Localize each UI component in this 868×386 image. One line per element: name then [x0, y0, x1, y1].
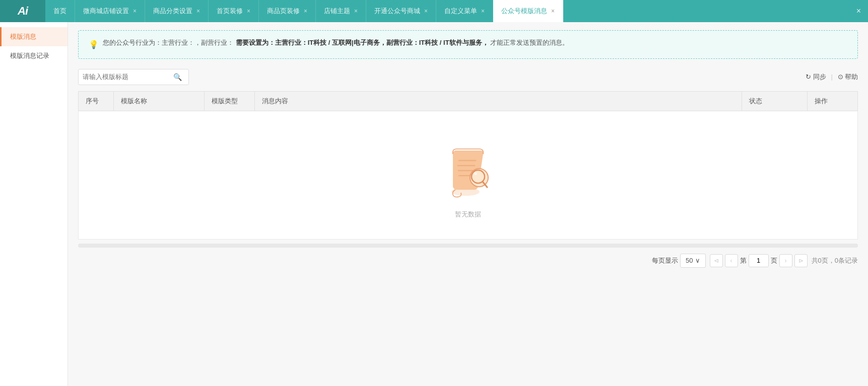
col-header-seq: 序号	[79, 91, 114, 111]
notice-prefix: 您的公众号行业为：主营行业：，副营行业：	[103, 39, 234, 46]
col-header-action: 操作	[808, 91, 858, 111]
close-icon[interactable]: ×	[247, 8, 250, 14]
tab-label: 微商城店铺设置	[83, 7, 129, 16]
last-page-button[interactable]: ⊳	[794, 254, 808, 267]
sidebar-item-template-msg[interactable]: 模版消息	[0, 27, 68, 46]
notice-box: 💡 您的公众号行业为：主营行业：，副营行业： 需要设置为：主营行业：IT科技 /…	[78, 30, 858, 59]
next-page-button[interactable]: ›	[779, 254, 792, 267]
nav-tab-open-mall[interactable]: 开通公众号商城 ×	[366, 0, 436, 22]
tab-label: 店铺主题	[324, 7, 350, 16]
main-content: 💡 您的公众号行业为：主营行业：，副营行业： 需要设置为：主营行业：IT科技 /…	[68, 22, 868, 386]
page-suffix: 页	[771, 256, 777, 265]
notice-suffix: 才能正常发送预置的消息。	[490, 39, 569, 46]
nav-tab-custom-menu[interactable]: 自定义菜单 ×	[436, 0, 493, 22]
empty-text: 暂无数据	[89, 210, 847, 219]
nav-tab-product-decor[interactable]: 商品页装修 ×	[259, 0, 316, 22]
close-all-button[interactable]: ×	[849, 0, 868, 22]
page-size-dropdown[interactable]: 50 ∨	[680, 254, 705, 268]
home-tab-label: 首页	[53, 7, 66, 16]
page-size-value: 50	[686, 257, 693, 264]
sync-label: 同步	[813, 72, 826, 82]
page-label: 第	[740, 256, 747, 265]
close-icon[interactable]: ×	[551, 8, 555, 14]
search-box: 🔍	[78, 69, 189, 85]
horizontal-scrollbar[interactable]	[78, 244, 858, 248]
notice-text: 您的公众号行业为：主营行业：，副营行业： 需要设置为：主营行业：IT科技 / 互…	[103, 38, 569, 48]
close-icon[interactable]: ×	[424, 8, 428, 14]
close-icon[interactable]: ×	[354, 8, 358, 14]
tab-label: 自定义菜单	[444, 7, 477, 16]
help-button[interactable]: ⊙ 帮助	[838, 72, 858, 82]
sidebar-item-template-msg-log[interactable]: 模版消息记录	[0, 46, 68, 65]
empty-illustration	[438, 141, 498, 202]
search-input[interactable]	[83, 73, 173, 81]
col-header-content: 消息内容	[255, 91, 742, 111]
sync-button[interactable]: ↻ 同步	[806, 72, 826, 82]
prev-page-button[interactable]: ‹	[725, 254, 738, 267]
notice-highlight: 需要设置为：主营行业：IT科技 / 互联网|电子商务，副营行业：IT科技 / I…	[236, 39, 489, 46]
close-icon[interactable]: ×	[304, 8, 307, 14]
nav-tab-shop-theme[interactable]: 店铺主题 ×	[316, 0, 366, 22]
top-nav: Ai 首页 微商城店铺设置 × 商品分类设置 × 首页装修 × 商品页装修 × …	[0, 0, 868, 22]
sidebar: 模版消息 模版消息记录	[0, 22, 68, 386]
close-icon[interactable]: ×	[196, 8, 200, 14]
col-header-type: 模版类型	[205, 91, 255, 111]
total-info: 共0页，0条记录	[812, 256, 858, 265]
sidebar-item-label: 模版消息	[10, 33, 36, 40]
tab-label: 开通公众号商城	[374, 7, 420, 16]
logo: Ai	[0, 0, 45, 22]
sync-icon: ↻	[806, 73, 811, 81]
nav-tab-home-decor[interactable]: 首页装修 ×	[209, 0, 259, 22]
empty-row: 暂无数据	[79, 111, 858, 239]
nav-tab-home[interactable]: 首页	[45, 0, 75, 22]
empty-state: 暂无数据	[79, 111, 857, 239]
nav-tab-product-category[interactable]: 商品分类设置 ×	[145, 0, 209, 22]
sidebar-item-label: 模版消息记录	[10, 52, 49, 59]
help-label: 帮助	[845, 72, 858, 82]
toolbar-actions: ↻ 同步 | ⊙ 帮助	[806, 72, 858, 82]
close-icon[interactable]: ×	[133, 8, 137, 14]
per-page-label: 每页显示	[652, 256, 678, 265]
svg-point-8	[474, 172, 477, 175]
chevron-down-icon: ∨	[695, 257, 700, 264]
nav-tab-template-msg[interactable]: 公众号模版消息 ×	[493, 0, 563, 22]
divider: |	[831, 73, 833, 81]
help-icon: ⊙	[838, 73, 843, 81]
main-layout: 模版消息 模版消息记录 💡 您的公众号行业为：主营行业：，副营行业： 需要设置为…	[0, 22, 868, 386]
page-nav: ⊲ ‹ 第 页 › ⊳	[710, 254, 808, 267]
close-icon[interactable]: ×	[481, 8, 485, 14]
search-icon[interactable]: 🔍	[173, 73, 182, 81]
first-page-button[interactable]: ⊲	[710, 254, 723, 267]
col-header-name: 模版名称	[114, 91, 205, 111]
pagination-row: 每页显示 50 ∨ ⊲ ‹ 第 页 › ⊳ 共0页，0条记录	[78, 254, 858, 268]
lightbulb-icon: 💡	[89, 38, 99, 51]
data-table: 序号 模版名称 模版类型 消息内容 状态 操作	[78, 91, 858, 240]
page-size-select: 每页显示 50 ∨	[652, 254, 705, 268]
tab-label: 商品页装修	[267, 7, 300, 16]
nav-tabs: 首页 微商城店铺设置 × 商品分类设置 × 首页装修 × 商品页装修 × 店铺主…	[45, 0, 849, 22]
col-header-status: 状态	[742, 91, 808, 111]
tab-label: 商品分类设置	[153, 7, 192, 16]
tab-label: 首页装修	[217, 7, 243, 16]
toolbar-row: 🔍 ↻ 同步 | ⊙ 帮助	[78, 69, 858, 85]
tab-label: 公众号模版消息	[501, 7, 547, 16]
page-input[interactable]	[749, 254, 769, 267]
nav-tab-wshop-settings[interactable]: 微商城店铺设置 ×	[75, 0, 145, 22]
